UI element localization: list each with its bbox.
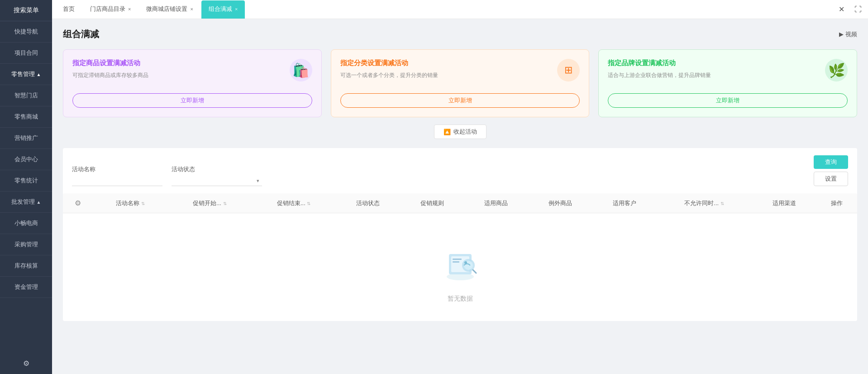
sidebar-item-marketing[interactable]: 营销推广 — [0, 128, 52, 149]
filter-actions: 查询 设置 — [814, 155, 848, 186]
sidebar-item-label: 零售管理 — [11, 70, 35, 78]
sidebar-settings[interactable]: ⚙ — [0, 353, 52, 374]
product-card-desc: 可指定滞销商品或库存较多商品 — [72, 71, 312, 80]
tab-label: 门店商品目录 — [90, 5, 125, 13]
product-activity-card: 指定商品设置满减活动 🛍️ 可指定滞销商品或库存较多商品 立即新增 — [63, 49, 322, 117]
col-applicable-customer: 适用客户 — [592, 193, 657, 213]
tab-wechat-store[interactable]: 微商城店铺设置× — [139, 0, 200, 19]
category-card-desc: 可选一个或者多个分类，提升分类的销量 — [340, 71, 580, 80]
table-header-row: ⚙ 活动名称 ⇅ 促销开始... ⇅ 促销结束... ⇅ — [63, 193, 857, 213]
search-label: 搜索菜单 — [14, 6, 39, 14]
sidebar-item-label: 营销推广 — [14, 134, 38, 142]
sidebar-item-quick-nav[interactable]: 快捷导航 — [0, 21, 52, 43]
tab-actions: ✕ ⛶ — [836, 3, 864, 15]
empty-illustration — [438, 240, 483, 295]
tab-close-icon[interactable]: × — [190, 6, 193, 12]
sidebar-item-label: 零售统计 — [14, 177, 38, 185]
filter-table-section: 活动名称 活动状态 进行中 已结束 未开始 ▾ — [63, 148, 857, 321]
sidebar-search[interactable]: 搜索菜单 — [0, 0, 52, 21]
svg-line-5 — [473, 270, 476, 273]
setting-button[interactable]: 设置 — [814, 172, 848, 186]
tab-label: 微商城店铺设置 — [146, 5, 187, 13]
col-operation: 操作 — [816, 193, 857, 213]
category-card-title: 指定分类设置满减活动 — [340, 59, 580, 67]
play-icon: ▶ — [839, 31, 844, 38]
collapse-icon: 🔼 — [444, 129, 451, 135]
activity-status-group: 活动状态 进行中 已结束 未开始 ▾ — [172, 165, 262, 186]
category-card-add-button[interactable]: 立即新增 — [340, 93, 580, 108]
sidebar-item-smart-store[interactable]: 智慧门店 — [0, 85, 52, 106]
activity-name-input[interactable] — [72, 175, 162, 186]
sidebar-item-label: 批发管理 — [11, 198, 35, 206]
activity-status-label: 活动状态 — [172, 165, 262, 173]
sidebar-item-inventory[interactable]: 库存核算 — [0, 255, 52, 277]
activity-name-label: 活动名称 — [72, 165, 162, 173]
brand-card-desc: 适合与上游企业联合做营销，提升品牌销量 — [608, 71, 848, 80]
tab-bar: 首页门店商品目录×微商城店铺设置×组合满减× ✕ ⛶ — [52, 0, 868, 19]
category-activity-card: 指定分类设置满减活动 ⊞ 可选一个或者多个分类，提升分类的销量 立即新增 — [331, 49, 590, 117]
tab-combo-discount[interactable]: 组合满减× — [201, 0, 245, 19]
product-card-title: 指定商品设置满减活动 — [72, 59, 312, 67]
tab-close-icon[interactable]: × — [128, 6, 131, 12]
video-label: 视频 — [845, 30, 857, 38]
sidebar-item-label: 库存核算 — [14, 262, 38, 270]
sidebar-item-fund-mgmt[interactable]: 资金管理 — [0, 277, 52, 298]
sidebar-item-retail-stats[interactable]: 零售统计 — [0, 170, 52, 192]
sidebar-item-member-center[interactable]: 会员中心 — [0, 149, 52, 170]
col-no-simultaneous[interactable]: 不允许同时... ⇅ — [656, 193, 752, 213]
page-content: 组合满减 ▶ 视频 指定商品设置满减活动 🛍️ 可指定滞销商品或库存较多商品 立… — [52, 19, 868, 374]
gear-icon: ⚙ — [75, 199, 81, 207]
tab-label: 组合满减 — [209, 5, 232, 13]
col-activity-name[interactable]: 活动名称 ⇅ — [93, 193, 168, 213]
sidebar-item-label: 小畅电商 — [14, 219, 38, 227]
sidebar-item-label: 采购管理 — [14, 240, 38, 249]
activity-cards: 指定商品设置满减活动 🛍️ 可指定滞销商品或库存较多商品 立即新增 指定分类设置… — [63, 49, 857, 117]
product-card-add-button[interactable]: 立即新增 — [72, 93, 312, 108]
sidebar-item-label: 项目合同 — [14, 49, 38, 57]
sidebar-item-label: 零售商城 — [14, 113, 38, 121]
collapse-button[interactable]: 🔼 收起活动 — [434, 125, 486, 139]
col-activity-name-label: 活动名称 — [116, 200, 139, 206]
col-activity-status: 活动状态 — [336, 193, 400, 213]
sidebar-item-purchase-mgmt[interactable]: 采购管理 — [0, 234, 52, 255]
sidebar-item-wholesale-mgmt[interactable]: 批发管理▲ — [0, 192, 52, 213]
sidebar-item-xiaocha-ecom[interactable]: 小畅电商 — [0, 213, 52, 234]
filter-bar: 活动名称 活动状态 进行中 已结束 未开始 ▾ — [63, 148, 857, 193]
sidebar-item-label: 资金管理 — [14, 283, 38, 291]
expand-arrow-icon: ▲ — [37, 72, 41, 77]
tab-label: 首页 — [63, 5, 75, 13]
activity-status-select[interactable]: 进行中 已结束 未开始 — [172, 175, 262, 186]
empty-text: 暂无数据 — [448, 295, 473, 303]
sidebar: 搜索菜单 快捷导航项目合同零售管理▲智慧门店零售商城营销推广会员中心零售统计批发… — [0, 0, 52, 374]
brand-card-add-button[interactable]: 立即新增 — [608, 93, 848, 108]
sidebar-item-retail-mgmt[interactable]: 零售管理▲ — [0, 64, 52, 85]
query-button[interactable]: 查询 — [814, 155, 848, 169]
tab-store-catalog[interactable]: 门店商品目录× — [83, 0, 138, 19]
sidebar-item-project-contract[interactable]: 项目合同 — [0, 43, 52, 64]
sidebar-item-label: 快捷导航 — [14, 28, 38, 36]
activity-status-select-wrapper: 进行中 已结束 未开始 ▾ — [172, 175, 262, 186]
close-window-button[interactable]: ✕ — [836, 3, 847, 15]
col-promo-start[interactable]: 促销开始... ⇅ — [167, 193, 252, 213]
col-gear[interactable]: ⚙ — [63, 193, 93, 213]
video-link[interactable]: ▶ 视频 — [839, 30, 857, 38]
sort-icon: ⇅ — [223, 201, 227, 206]
tab-close-icon[interactable]: × — [235, 6, 238, 12]
col-promo-end[interactable]: 促销结束... ⇅ — [252, 193, 336, 213]
settings-icon: ⚙ — [23, 360, 29, 367]
product-card-icon: 🛍️ — [290, 59, 312, 82]
collapse-label: 收起活动 — [453, 128, 477, 136]
sidebar-item-label: 会员中心 — [14, 155, 38, 163]
sort-icon: ⇅ — [307, 201, 310, 206]
col-promo-rule: 促销规则 — [400, 193, 464, 213]
category-card-icon: ⊞ — [557, 59, 580, 82]
col-excluded-goods: 例外商品 — [528, 193, 592, 213]
page-title: 组合满减 — [63, 28, 99, 40]
col-applicable-goods: 适用商品 — [464, 193, 528, 213]
tab-home[interactable]: 首页 — [56, 0, 82, 19]
col-applicable-channel: 适用渠道 — [752, 193, 816, 213]
brand-card-title: 指定品牌设置满减活动 — [608, 59, 848, 67]
resize-window-button[interactable]: ⛶ — [852, 4, 864, 15]
data-table: ⚙ 活动名称 ⇅ 促销开始... ⇅ 促销结束... ⇅ — [63, 193, 857, 213]
sidebar-item-retail-mall[interactable]: 零售商城 — [0, 106, 52, 128]
